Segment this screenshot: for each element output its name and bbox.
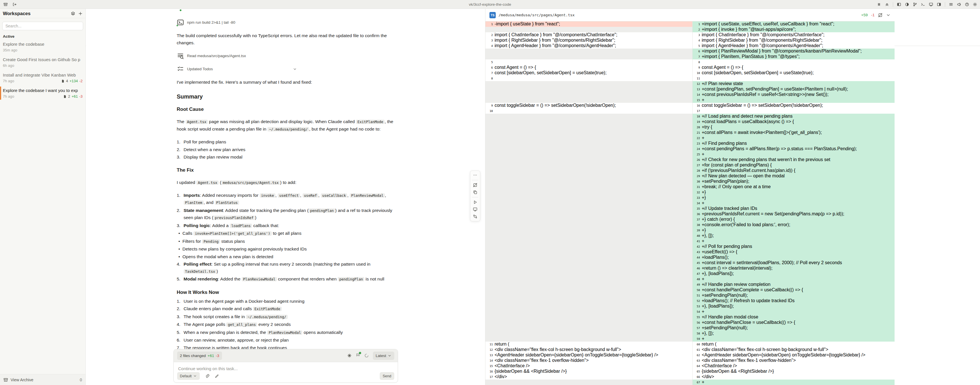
diff-line [485, 27, 692, 32]
panel-left-icon[interactable] [897, 2, 901, 6]
file-icon [63, 95, 67, 98]
diff-line: 19+ const loadPlans = useCallback(async … [692, 119, 894, 124]
pen-icon[interactable] [215, 374, 219, 379]
pause-icon[interactable] [877, 2, 881, 6]
model-selector[interactable]: Default [177, 372, 200, 380]
help-icon[interactable] [965, 2, 969, 6]
diff-line: 11 return ( [485, 342, 692, 347]
workspace-item-4[interactable]: Explore the codebase I want you to exp7h… [0, 85, 86, 101]
copy-icon[interactable] [473, 190, 477, 194]
paperclip-icon[interactable] [205, 374, 209, 379]
image-off-icon[interactable] [878, 13, 883, 18]
diff-line: 5import { AgentHeader } from "@/componen… [692, 43, 894, 49]
list-item: 4.The Agent page polls get_all_plans eve… [177, 321, 395, 328]
diff-line: 15 <ChatInterface /> [485, 363, 692, 369]
chevron-down-icon [388, 354, 391, 358]
tool-call-row[interactable]: Read medusa/src/pages/Agent.tsx [177, 52, 395, 59]
diff-line [485, 206, 692, 212]
diff-removed-count: -1 [871, 13, 875, 17]
diff-line: 61 <div className="flex flex-col h-scree… [692, 347, 894, 352]
megaphone-icon[interactable] [957, 2, 961, 6]
diff-line: 14+ const previousPlanIdsRef = useRef<Se… [692, 92, 894, 97]
search-input[interactable]: Search... [2, 22, 83, 30]
tool-call-row[interactable]: npm run build 2>&1 | tail -80 [177, 19, 395, 26]
diff-line: 7+import { PlanItem, PlanStatus } from "… [692, 54, 894, 59]
lines-removed: -3 [216, 353, 219, 358]
monitor-icon[interactable] [929, 2, 933, 6]
diff-line [485, 141, 692, 146]
read-icon [177, 52, 184, 59]
diff-line [485, 195, 692, 200]
list-item: 4.Polling effect: Set up a polling inter… [177, 261, 395, 275]
diff-line: 35+ // Update tracked plan IDs [692, 206, 894, 212]
workspace-item-3[interactable]: Install and integrate Vibe Kanban Web7h … [0, 70, 86, 85]
monitor-icon[interactable] [473, 207, 477, 212]
list-item: 3.Polling logic: Added a loadPlans callb… [177, 222, 395, 230]
message-input[interactable]: Continue working on this task... [174, 362, 398, 371]
latest-dropdown[interactable]: Latest [373, 352, 394, 360]
layers-icon[interactable] [71, 11, 75, 16]
spark-icon[interactable] [347, 353, 352, 358]
diff-line [485, 114, 692, 119]
diff-line [485, 287, 692, 293]
diff-line [485, 157, 692, 162]
diff-line: 27+ for (const plan of pendingPlans) { [692, 162, 894, 168]
diff-line: 60 return ( [692, 342, 894, 347]
settings-icon[interactable] [973, 2, 977, 6]
chevron-down-icon[interactable] [293, 67, 297, 71]
workspace-item-2[interactable]: Create Good First Issues on Github So p6… [0, 54, 86, 70]
diff-line [485, 92, 692, 97]
list-item: 2.Detect when a new plan arrives [177, 146, 395, 153]
diff-line: 42+ // Poll for pending plans [692, 244, 894, 249]
menu-icon[interactable] [949, 2, 953, 6]
diff-line: 57+ setPendingPlan(null); [692, 325, 894, 331]
files-changed-badge[interactable]: 2 files changed +61 -3 [177, 352, 222, 360]
diff-line: 34+ [692, 200, 894, 206]
diff-line: 1-import { useState } from "react"; [485, 21, 692, 27]
diff-line [485, 325, 692, 331]
tool-call-row[interactable]: Updated Todos [177, 65, 297, 73]
todos-indicator[interactable] [356, 353, 360, 358]
chevrons-up-icon[interactable] [885, 2, 889, 6]
numbered-list: 1.Poll for pending plans2.Detect when a … [177, 138, 395, 161]
diff-file-path: /medusa/medusa/src/pages/Agent.tsx [499, 13, 574, 17]
plus-icon[interactable] [78, 11, 83, 16]
diff-line: 41+ [692, 239, 894, 244]
diff-line [485, 249, 692, 255]
dots-horizontal-icon[interactable] [473, 173, 477, 177]
diff-line: 62 <AgentHeader sidebarOpen={sidebarOpen… [692, 352, 894, 358]
app-window: vk/3ccf-explore-the-code Workspaces Sear… [0, 0, 980, 385]
diff-line: 12 <div className="flex flex-col h-scree… [485, 347, 692, 352]
file-icon [61, 80, 65, 83]
diff-line [485, 135, 692, 141]
git-branch-icon[interactable] [913, 2, 917, 6]
image-off-icon[interactable] [473, 183, 477, 187]
diff-panel: TS /medusa/medusa/src/pages/Agent.tsx +5… [485, 9, 894, 385]
archive-count: 0 [80, 377, 82, 382]
diff-line [485, 146, 692, 152]
git-compare-icon[interactable] [473, 214, 477, 219]
tool-call-label: Updated Todos [187, 67, 213, 71]
theme-icon[interactable] [905, 2, 909, 6]
numbered-list: 4.Polling effect: Set up a polling inter… [177, 261, 395, 283]
diff-line: 20+ try { [692, 124, 894, 130]
terminal-icon[interactable] [921, 2, 925, 6]
list-item: 3.The hook script creates a file in ~/.m… [177, 313, 395, 321]
list-item: 1.Poll for pending plans [177, 138, 395, 146]
chevron-down-icon[interactable] [886, 13, 891, 18]
workspace-meta: 7h ago4+134-2 [3, 79, 83, 83]
diff-line: 28+ if (!previousPlanIdsRef.current.has(… [692, 168, 894, 173]
composer-status-icons: Latest [347, 352, 394, 360]
workspaces-sidebar: Workspaces Search... Active Explore the … [0, 9, 86, 385]
diff-line: 26+ // Check for new pending plans that … [692, 157, 894, 162]
view-archive-button[interactable]: View Archive 0 [0, 374, 86, 385]
panel-right-icon[interactable] [937, 2, 941, 6]
send-button[interactable]: Send [380, 372, 394, 380]
diff-file-header[interactable]: TS /medusa/medusa/src/pages/Agent.tsx +5… [485, 9, 894, 21]
diff-line [485, 168, 692, 173]
diff-line: 7 const [sidebarOpen, setSidebarOpen] = … [485, 70, 692, 76]
diff-line [485, 54, 692, 59]
assistant-paragraph: I've implemented the fix. Here's a summa… [177, 78, 395, 86]
play-icon[interactable] [473, 200, 477, 205]
workspace-item-1[interactable]: Explore the codebase35m ago [0, 39, 86, 54]
